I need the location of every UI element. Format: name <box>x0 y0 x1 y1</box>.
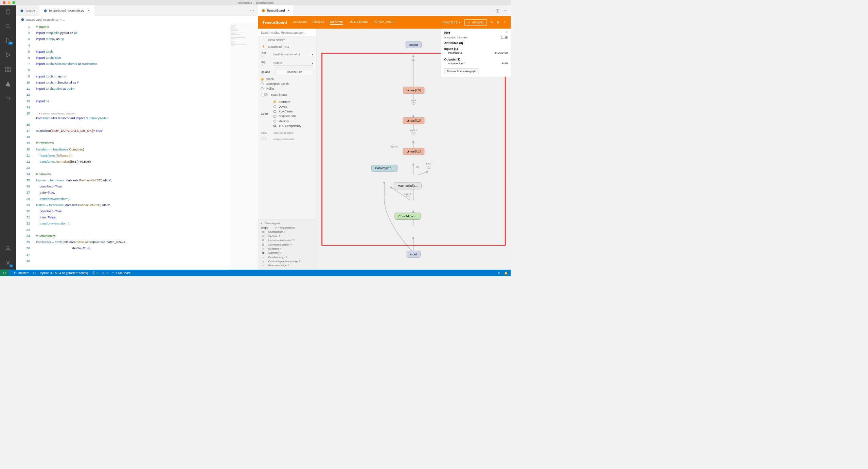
radio-conceptual[interactable]: Conceptual Graph <box>258 82 316 86</box>
panel-tabs: TensorBoard × ◫ ⋯ <box>258 5 511 16</box>
settings-icon[interactable]: ⚙ <box>497 20 499 24</box>
source-control-icon[interactable]: 70 <box>4 37 12 44</box>
node-input[interactable]: input <box>407 251 421 258</box>
settings-gear-icon[interactable]: 1 <box>4 259 12 267</box>
python-env[interactable]: Python 3.8.5 64-bit ('profiler': conda) <box>40 271 88 275</box>
trace-inputs-toggle[interactable]: Trace inputs <box>258 91 316 98</box>
fit-icon: ▢ <box>261 38 265 42</box>
radio-graph[interactable]: Graph <box>258 77 316 82</box>
remove-from-graph-button[interactable]: Remove from main graph <box>444 68 479 74</box>
upload-button[interactable]: ⬆UPLOAD <box>464 19 487 25</box>
python-icon: ⬤ <box>44 9 47 12</box>
help-icon[interactable]: ？ <box>503 20 506 24</box>
breadcrumb[interactable]: ⬤ tensorboard_example.py > ... <box>16 16 258 23</box>
svg-rect-4 <box>5 67 7 69</box>
reload-icon[interactable]: ⟳ <box>491 20 493 24</box>
live-share[interactable]: Live Share <box>111 271 130 275</box>
tab-tensorboard-example-py[interactable]: ⬤tensorboard_example.py× <box>39 5 94 16</box>
run-select[interactable]: runs/fashion_mnist_e▾ <box>273 52 313 57</box>
upload-icon: ⬆ <box>468 21 470 24</box>
graph-sidebar: ▢Fit to Screen ⬇Download PNG Run(1) runs… <box>258 29 316 270</box>
minimize-window[interactable] <box>7 1 10 4</box>
python-icon: ⬤ <box>21 18 24 21</box>
color-memory[interactable]: Memory <box>273 119 313 124</box>
tb-nav: SCALARS IMAGES GRAPHS TIME SERIES TORCH_… <box>293 20 394 25</box>
split-editor-icon[interactable]: ◫ <box>496 8 499 13</box>
color-compute[interactable]: Compute time <box>273 114 313 119</box>
node-output[interactable]: output <box>406 41 422 48</box>
svg-rect-7 <box>8 70 10 72</box>
svg-point-0 <box>6 24 9 27</box>
more-icon[interactable]: ⋯ <box>250 8 254 13</box>
notifications-icon[interactable]: 🔔 <box>504 271 508 275</box>
run-debug-icon[interactable] <box>4 51 12 59</box>
state-dropdown[interactable]: INACTIVE ▾ <box>442 21 461 24</box>
nav-images[interactable]: IMAGES <box>313 20 325 25</box>
tab-test-py[interactable]: ⬤test.py <box>16 5 39 16</box>
sync[interactable] <box>33 271 36 274</box>
legend: ▾Close legend. Graph (* = expandable) ▭N… <box>258 219 316 270</box>
svg-point-2 <box>6 42 7 43</box>
color-xla[interactable]: XLA Cluster <box>273 109 313 114</box>
maximize-window[interactable] <box>12 1 15 4</box>
branch[interactable]: master* <box>14 271 29 275</box>
info-output-row[interactable]: output/output.14×10 <box>444 61 508 66</box>
choose-file-button[interactable]: Choose File <box>276 69 313 75</box>
nav-graphs[interactable]: GRAPHS <box>330 20 343 25</box>
tag-select[interactable]: Default▾ <box>273 61 313 66</box>
editor-tabs: ⬤test.py ⬤tensorboard_example.py× ⋯ <box>16 5 258 16</box>
info-title: Net <box>444 31 450 35</box>
chevron-down-icon: ▾ <box>459 21 461 24</box>
titlebar: TensorBoard — profilersamples <box>0 0 511 5</box>
share-icon[interactable] <box>4 94 12 102</box>
tensorboard-header: TensorBoard SCALARS IMAGES GRAPHS TIME S… <box>258 16 511 29</box>
fit-to-screen[interactable]: ▢Fit to Screen <box>258 36 316 43</box>
svg-rect-5 <box>8 67 10 69</box>
problems[interactable]: ⓧ 0 ⚠ 0 <box>92 271 107 275</box>
window-title: TensorBoard — profilersamples <box>237 1 273 4</box>
python-icon: ⬤ <box>20 9 23 12</box>
color-device[interactable]: Device <box>273 104 313 109</box>
svg-rect-6 <box>5 70 7 72</box>
search-nodes-input[interactable] <box>258 29 316 36</box>
status-bar: master* Python 3.8.5 64-bit ('profiler':… <box>0 270 511 276</box>
color-structure[interactable]: Structure <box>273 100 313 104</box>
azure-icon[interactable] <box>4 80 12 87</box>
radio-profile[interactable]: Profile <box>258 86 316 91</box>
nav-time-series[interactable]: TIME SERIES <box>348 20 368 25</box>
tab-tensorboard[interactable]: TensorBoard × <box>258 5 293 16</box>
chevron-up-icon[interactable]: ⌃ <box>505 31 508 35</box>
feedback-icon[interactable]: ☺ <box>497 271 500 275</box>
nav-torch-prof[interactable]: TORCH_PROF <box>373 20 395 25</box>
nav-scalars[interactable]: SCALARS <box>293 20 307 25</box>
minimap[interactable]: # importsimport matplotlib.pyplot as plt… <box>230 23 258 270</box>
search-icon[interactable] <box>4 22 12 30</box>
color-tpu[interactable]: TPU Compatibility <box>273 124 313 128</box>
svg-point-9 <box>7 262 9 264</box>
code-editor[interactable]: 1234567891011121314151617181920212223242… <box>16 23 230 270</box>
extensions-icon[interactable] <box>4 66 12 73</box>
node-info-panel: Net ⌃ Subgraph: 25 nodes Attributes (0) … <box>441 29 511 77</box>
tensorboard-logo: TensorBoard <box>262 20 287 25</box>
info-input-row[interactable]: input/input.14×1×28×28 <box>444 51 508 55</box>
more-icon[interactable]: ⋯ <box>503 8 508 13</box>
svg-point-1 <box>6 38 7 39</box>
close-icon[interactable]: × <box>88 9 89 13</box>
svg-point-8 <box>7 247 9 249</box>
svg-point-10 <box>14 272 15 272</box>
accounts-icon[interactable] <box>4 245 12 252</box>
activity-bar: 70 1 <box>0 5 16 270</box>
download-png[interactable]: ⬇Download PNG <box>258 43 316 50</box>
remote-indicator[interactable] <box>0 270 9 276</box>
files-icon[interactable] <box>4 8 12 16</box>
close-window[interactable] <box>3 1 5 4</box>
close-legend[interactable]: ▾Close legend. <box>261 221 313 225</box>
selection-highlight <box>321 53 506 246</box>
download-icon: ⬇ <box>261 45 265 49</box>
close-icon[interactable]: × <box>288 9 289 13</box>
svg-point-11 <box>14 274 15 274</box>
subgraph-toggle[interactable] <box>501 36 508 39</box>
